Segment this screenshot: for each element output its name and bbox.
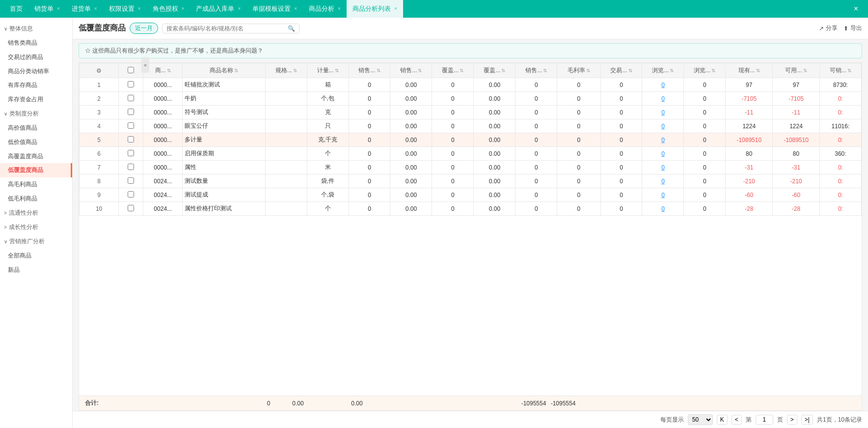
sidebar-item-high-value[interactable]: 高价值商品 [0, 121, 72, 135]
nav-home[interactable]: 首页 [4, 0, 28, 18]
cell-stock: 1224 [726, 119, 773, 133]
cell-checkbox[interactable] [119, 78, 143, 92]
col-saleable[interactable]: 可销...⇅ [819, 63, 861, 78]
export-button[interactable]: ⬆ 导出 [843, 24, 862, 32]
col-available[interactable]: 可用...⇅ [773, 63, 820, 78]
col-checkbox[interactable] [119, 63, 143, 78]
cell-sales3: 0 [515, 202, 557, 216]
cell-name: 旺铺批次测试 [183, 78, 265, 92]
sidebar-item-high-coverage[interactable]: 高覆盖度商品 [0, 149, 72, 164]
nav-product-analysis[interactable]: 商品分析 × [303, 0, 347, 18]
select-all-checkbox[interactable] [128, 67, 134, 73]
nav-sales-order[interactable]: 销货单 × [28, 0, 66, 18]
share-button[interactable]: ↗ 分享 [819, 24, 838, 32]
col-stock[interactable]: 现有...⇅ [726, 63, 773, 78]
nav-close-product-analysis[interactable]: × [338, 0, 341, 18]
nav-product-analysis-list[interactable]: 商品分析列表 × [347, 0, 403, 18]
cell-browse1[interactable]: 0 [642, 147, 684, 161]
cell-browse1[interactable]: 0 [642, 161, 684, 174]
sidebar-item-low-value[interactable]: 低价值商品 [0, 135, 72, 149]
sidebar-item-sales-goods[interactable]: 销售类商品 [0, 36, 72, 50]
sidebar-item-category-turnover[interactable]: 商品分类动销率 [0, 64, 72, 79]
footer-sales-amt: 0.00 [283, 400, 313, 407]
nav-close-permission[interactable]: × [138, 0, 141, 18]
cell-checkbox[interactable] [119, 202, 143, 216]
nav-template-settings[interactable]: 单据模板设置 × [246, 0, 303, 18]
col-sales-amt[interactable]: 销售...⇅ [390, 63, 432, 78]
search-icon[interactable]: 🔍 [288, 25, 295, 32]
sidebar-item-with-stock[interactable]: 有库存商品 [0, 78, 72, 92]
sidebar-item-high-margin[interactable]: 高毛利商品 [0, 177, 72, 192]
cell-checkbox[interactable] [119, 92, 143, 106]
sidebar-section-marketing[interactable]: ∨ 营销推广分析 [0, 234, 72, 249]
cell-checkbox[interactable] [119, 188, 143, 202]
col-gear[interactable]: ⚙ [80, 63, 119, 78]
nav-permission[interactable]: 权限设置 × [103, 0, 147, 18]
col-coverage2[interactable]: 覆盖...⇅ [474, 63, 515, 78]
cell-margin: 0 [557, 174, 600, 188]
cell-browse1[interactable]: 0 [642, 92, 684, 106]
last-page-button[interactable]: >| [801, 415, 813, 425]
search-input[interactable] [166, 25, 286, 32]
cell-browse2: 0 [684, 133, 726, 147]
col-browse1[interactable]: 浏览...⇅ [642, 63, 684, 78]
nav-close-purchase-order[interactable]: × [94, 0, 97, 18]
cell-browse1[interactable]: 0 [642, 174, 684, 188]
col-name[interactable]: 商品名称⇅ [183, 63, 265, 78]
next-page-button[interactable]: > [787, 415, 797, 425]
filter-period-button[interactable]: 近一月 [130, 23, 158, 34]
cell-trade: 0 [600, 133, 642, 147]
col-trade[interactable]: 交易...⇅ [600, 63, 642, 78]
first-page-button[interactable]: K [717, 415, 728, 425]
data-table-container[interactable]: ⚙ 商...⇅ 商品名称⇅ 规格...⇅ 计量...⇅ 销售...⇅ 销售...… [79, 62, 862, 396]
col-coverage1[interactable]: 覆盖...⇅ [432, 63, 474, 78]
sidebar-section-liquidity[interactable]: > 流通性分析 [0, 206, 72, 220]
cell-sales3: 0 [515, 119, 557, 133]
sidebar-item-low-coverage[interactable]: 低覆盖度商品 [0, 163, 72, 177]
cell-browse1[interactable]: 0 [642, 106, 684, 119]
cell-browse1[interactable]: 0 [642, 188, 684, 202]
window-close-button[interactable]: × [848, 4, 864, 13]
nav-product-warehouse[interactable]: 产成品入库单 × [190, 0, 246, 18]
sidebar-item-stock-capital[interactable]: 库存资金占用 [0, 92, 72, 107]
nav-close-template-settings[interactable]: × [294, 0, 297, 18]
sidebar-item-all-goods[interactable]: 全部商品 [0, 249, 72, 263]
col-sales-qty[interactable]: 销售...⇅ [349, 63, 390, 78]
sidebar-item-new-goods[interactable]: 新品 [0, 263, 72, 277]
col-unit[interactable]: 计量...⇅ [307, 63, 349, 78]
col-sales3[interactable]: 销售...⇅ [515, 63, 557, 78]
nav-close-product-analysis-list[interactable]: × [394, 0, 397, 18]
nav-close-role-auth[interactable]: × [182, 0, 185, 18]
sidebar-section-growth[interactable]: > 成长性分析 [0, 220, 72, 234]
col-margin[interactable]: 毛利率⇅ [557, 63, 600, 78]
cell-browse1[interactable]: 0 [642, 78, 684, 92]
nav-close-product-warehouse[interactable]: × [238, 0, 241, 18]
cell-checkbox[interactable] [119, 133, 143, 147]
col-browse2[interactable]: 浏览...⇅ [684, 63, 726, 78]
cell-checkbox[interactable] [119, 161, 143, 174]
cell-checkbox[interactable] [119, 147, 143, 161]
prev-page-button[interactable]: < [732, 415, 742, 425]
sidebar-item-traded-goods[interactable]: 交易过的商品 [0, 50, 72, 64]
cell-cover1: 0 [432, 174, 474, 188]
cell-browse1[interactable]: 0 [642, 119, 684, 133]
sidebar-section-category[interactable]: ∨ 类制度分析 [0, 107, 72, 121]
page-size-select[interactable]: 50 10 20 100 [688, 414, 713, 425]
cell-browse1[interactable]: 0 [642, 202, 684, 216]
sidebar-section-overall[interactable]: ∨ 整体信息 [0, 22, 72, 36]
sidebar-collapse-button[interactable]: « [141, 57, 149, 73]
cell-sales-amt: 0.00 [390, 106, 432, 119]
nav-role-auth[interactable]: 角色授权 × [147, 0, 190, 18]
cell-name: 符号测试 [183, 106, 265, 119]
col-spec[interactable]: 规格...⇅ [265, 63, 307, 78]
page-number-input[interactable] [756, 415, 773, 425]
cell-checkbox[interactable] [119, 106, 143, 119]
cell-code: 0000... [143, 119, 183, 133]
nav-purchase-order[interactable]: 进货单 × [66, 0, 103, 18]
cell-checkbox[interactable] [119, 119, 143, 133]
nav-close-sales-order[interactable]: × [57, 0, 60, 18]
sidebar-item-low-margin[interactable]: 低毛利商品 [0, 192, 72, 206]
cell-checkbox[interactable] [119, 174, 143, 188]
cell-browse1[interactable]: 0 [642, 133, 684, 147]
gear-icon[interactable]: ⚙ [96, 67, 102, 74]
